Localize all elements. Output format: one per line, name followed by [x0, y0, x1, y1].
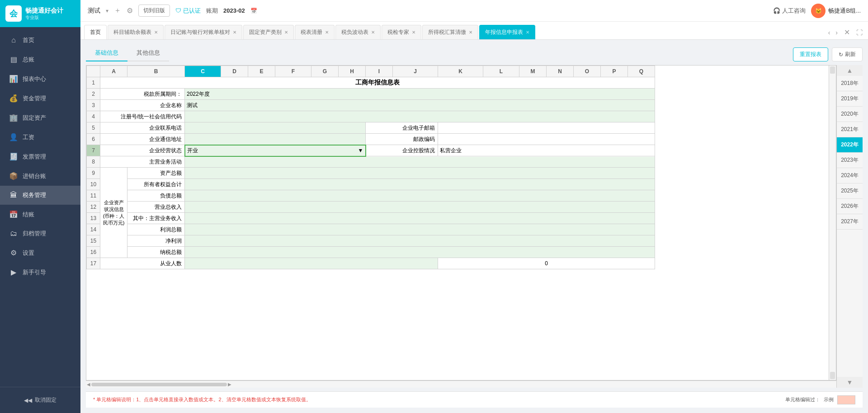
cell-15-value[interactable]	[185, 235, 655, 247]
col-header-h[interactable]: H	[339, 66, 366, 77]
col-header-k[interactable]: K	[438, 66, 483, 77]
cell-7-right-value[interactable]: 私营企业	[438, 145, 655, 156]
year-item-2020[interactable]: 2020年	[837, 107, 863, 122]
dropdown-arrow-icon[interactable]: ▼	[358, 147, 363, 154]
cell-17-right-value[interactable]: 0	[438, 258, 655, 269]
tab-annual[interactable]: 年报信息申报表 ✕	[479, 25, 535, 39]
sidebar-item-salary[interactable]: 👤 工资	[0, 127, 80, 147]
cancel-fixed-button[interactable]: ◀◀ 取消固定	[0, 392, 80, 408]
tab-aux[interactable]: 科目辅助余额表 ✕	[108, 25, 164, 39]
horizontal-scrollbar[interactable]: ◀ ▶	[86, 380, 836, 388]
year-item-2026[interactable]: 2026年	[837, 199, 863, 214]
col-header-q[interactable]: Q	[628, 66, 655, 77]
col-header-g[interactable]: G	[311, 66, 339, 77]
vertical-scrollbar[interactable]	[829, 66, 836, 380]
tab-nav-prev-icon[interactable]: ‹	[826, 28, 832, 37]
col-header-b[interactable]: B	[127, 66, 185, 77]
col-header-j[interactable]: J	[393, 66, 438, 77]
sidebar-item-archive[interactable]: 🗂 归档管理	[0, 224, 80, 243]
tab-fixed-cat[interactable]: 固定资产类别 ✕	[243, 25, 294, 39]
cell-4-value[interactable]	[185, 111, 655, 122]
cell-14-value[interactable]	[185, 224, 655, 235]
tab-annual-close-icon[interactable]: ✕	[526, 30, 529, 35]
cell-13-value[interactable]	[185, 213, 655, 224]
sidebar-item-finance[interactable]: 💰 资金管理	[0, 89, 80, 108]
sidebar-item-fixed[interactable]: 🏢 固定资产	[0, 108, 80, 127]
old-version-button[interactable]: 切到旧版	[138, 5, 170, 17]
cell-7-dropdown[interactable]: 开业 ▼	[185, 145, 366, 156]
col-header-n[interactable]: N	[547, 66, 574, 77]
tab-tax-income[interactable]: 所得税汇算清缴 ✕	[422, 25, 478, 39]
tab-tax-income-close-icon[interactable]: ✕	[469, 30, 472, 35]
year-item-2018[interactable]: 2018年	[837, 76, 863, 91]
sidebar-item-settings[interactable]: ⚙ 设置	[0, 243, 80, 263]
company-dropdown-icon[interactable]: ▾	[106, 8, 108, 14]
col-header-l[interactable]: L	[483, 66, 519, 77]
hscroll-left-icon[interactable]: ◀	[87, 382, 90, 387]
hscroll-right-icon[interactable]: ▶	[228, 382, 231, 387]
year-item-2021[interactable]: 2021年	[837, 122, 863, 137]
tab-home[interactable]: 首页	[84, 25, 107, 39]
sub-tab-basic[interactable]: 基础信息	[86, 45, 127, 61]
col-header-p[interactable]: P	[601, 66, 628, 77]
col-header-i[interactable]: I	[366, 66, 393, 77]
cell-17-value[interactable]	[185, 258, 438, 269]
year-item-2024[interactable]: 2024年	[837, 168, 863, 183]
tab-tax-wave-close-icon[interactable]: ✕	[371, 30, 375, 35]
sidebar-item-ledger[interactable]: ▤ 总账	[0, 50, 80, 69]
col-header-f[interactable]: F	[275, 66, 311, 77]
tab-tax-form-close-icon[interactable]: ✕	[325, 30, 329, 35]
tab-tax-expert[interactable]: 税检专家 ✕	[382, 25, 421, 39]
cell-11-value[interactable]	[185, 190, 655, 202]
col-header-m[interactable]: M	[519, 66, 547, 77]
tab-nav-next-icon[interactable]: ›	[834, 28, 840, 37]
sidebar-item-close[interactable]: 📅 结账	[0, 205, 80, 224]
year-item-2022[interactable]: 2022年	[837, 137, 863, 153]
cell-16-value[interactable]	[185, 247, 655, 258]
year-item-2027[interactable]: 2027年	[837, 214, 863, 230]
year-item-2019[interactable]: 2019年	[837, 91, 863, 107]
sidebar-item-guide[interactable]: ▶ 新手引导	[0, 263, 80, 282]
tab-close-all-icon[interactable]: ✕	[841, 27, 853, 38]
sub-tab-other[interactable]: 其他信息	[127, 45, 169, 61]
add-company-icon[interactable]: ＋	[114, 6, 121, 15]
tab-tax-wave[interactable]: 税负波动表 ✕	[335, 25, 381, 39]
col-header-e[interactable]: E	[248, 66, 275, 77]
cell-5-value[interactable]	[185, 122, 366, 134]
cell-title[interactable]: 工商年报信息表	[100, 77, 655, 89]
calendar-icon[interactable]: 📅	[250, 8, 257, 14]
year-item-2025[interactable]: 2025年	[837, 183, 863, 199]
sidebar-item-tax[interactable]: 🏛 税务管理	[0, 186, 80, 205]
cell-12-value[interactable]	[185, 202, 655, 213]
col-header-d[interactable]: D	[221, 66, 248, 77]
tab-aux-close-icon[interactable]: ✕	[154, 30, 158, 35]
help-button[interactable]: 🎧 人工咨询	[773, 7, 806, 15]
sidebar-item-home[interactable]: ⌂ 首页	[0, 31, 80, 50]
hscroll-thumb[interactable]	[91, 383, 227, 386]
cell-10-value[interactable]	[185, 179, 655, 190]
year-item-2023[interactable]: 2023年	[837, 153, 863, 168]
refresh-button[interactable]: ↻ 刷新	[832, 47, 863, 61]
reset-report-button[interactable]: 重置报表	[793, 47, 828, 61]
tab-expand-icon[interactable]: ⛶	[854, 28, 864, 37]
cell-6-value[interactable]	[185, 134, 366, 145]
cell-8-value[interactable]	[185, 156, 655, 168]
cell-9-value[interactable]	[185, 168, 655, 179]
col-header-c[interactable]: C	[185, 66, 221, 77]
cell-2-value[interactable]: 2022年度	[185, 89, 655, 100]
year-panel-up-icon[interactable]: ▲	[837, 65, 863, 76]
spreadsheet-main[interactable]: A B C D E F G H I J	[86, 66, 829, 380]
cell-3-value[interactable]: 测试	[185, 100, 655, 111]
cell-6-right-value[interactable]	[438, 134, 655, 145]
sidebar-item-reports[interactable]: 📊 报表中心	[0, 69, 80, 89]
tab-journal[interactable]: 日记账与银行对账单核对 ✕	[165, 25, 242, 39]
year-panel-down-icon[interactable]: ▼	[837, 377, 863, 388]
cell-5-right-value[interactable]	[438, 122, 655, 134]
col-header-a[interactable]: A	[100, 66, 127, 77]
col-header-o[interactable]: O	[574, 66, 601, 77]
sidebar-item-invoice[interactable]: 🧾 发票管理	[0, 147, 80, 166]
settings-gear-icon[interactable]: ⚙	[127, 6, 133, 15]
user-avatar-button[interactable]: 🐱 畅捷通B组...	[811, 4, 861, 18]
sidebar-item-inventory[interactable]: 📦 进销台账	[0, 166, 80, 186]
tab-fixed-cat-close-icon[interactable]: ✕	[284, 30, 288, 35]
